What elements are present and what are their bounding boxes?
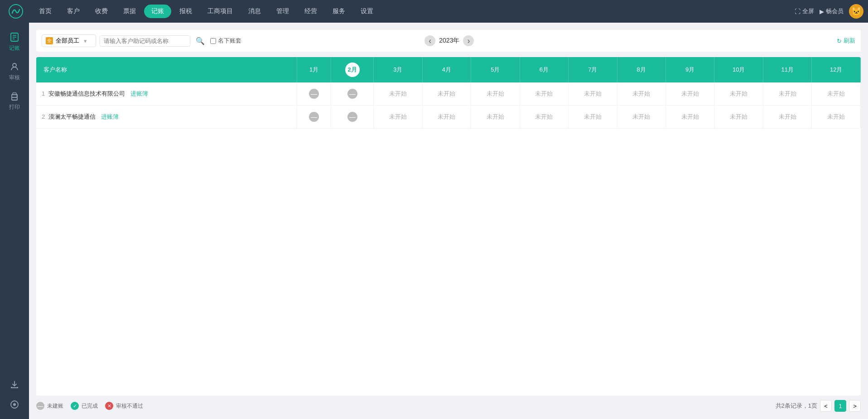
checkbox-label[interactable]: 名下账套 (210, 37, 241, 45)
table-body: 1安徽畅捷通信息技术有限公司进账簿——未开始未开始未开始未开始未开始未开始未开始… (36, 82, 861, 129)
svg-point-10 (13, 403, 16, 406)
status-not-started: 未开始 (438, 90, 455, 97)
legend-completed-label: 已完成 (82, 402, 98, 410)
avatar[interactable]: 🐱 (849, 4, 863, 19)
nav-operation[interactable]: 经营 (297, 5, 324, 18)
year-navigator: ‹ 2023年 › (424, 35, 474, 46)
company-name: 漠澜太平畅捷通信 (48, 113, 96, 120)
th-sep: 9月 (665, 57, 714, 82)
audit-icon (9, 61, 20, 72)
company-name: 安徽畅捷通信息技术有限公司 (48, 90, 125, 97)
my-accounts-checkbox[interactable] (210, 38, 216, 44)
status-not-started: 未开始 (632, 90, 650, 97)
status-not-started: 未开始 (389, 90, 407, 97)
legend-rejected: ✕ 审核不通过 (105, 402, 143, 410)
search-button[interactable]: 🔍 (194, 35, 207, 47)
month-cell[interactable]: 未开始 (569, 106, 617, 129)
status-done-icon: — (347, 112, 357, 122)
month-cell[interactable]: 未开始 (714, 106, 763, 129)
month-cell[interactable]: — (331, 106, 374, 129)
main-layout: 记账 审核 打印 (0, 23, 868, 419)
month-cell[interactable]: 未开始 (520, 82, 568, 106)
th-jul: 7月 (569, 57, 617, 82)
th-oct: 10月 (714, 57, 763, 82)
month-cell[interactable]: 未开始 (520, 106, 568, 129)
nav-business[interactable]: 工商项目 (200, 5, 240, 18)
next-page-button[interactable]: > (849, 400, 861, 412)
month-cell[interactable]: 未开始 (374, 106, 422, 129)
prev-page-button[interactable]: < (820, 400, 832, 412)
sidebar: 记账 审核 打印 (0, 23, 29, 419)
enter-ledger-link[interactable]: 进账簿 (101, 113, 119, 120)
page-1-button[interactable]: 1 (834, 400, 846, 412)
status-not-started: 未开始 (681, 90, 699, 97)
member-button[interactable]: ▶ 畅会员 (820, 7, 844, 15)
status-not-started: 未开始 (632, 113, 650, 120)
pagination-info: 共2条记录，1页 (776, 402, 817, 410)
th-aug: 8月 (617, 57, 665, 82)
month-cell[interactable]: — (297, 106, 331, 129)
month-cell[interactable]: 未开始 (763, 82, 811, 106)
table-header-row: 客户名称 1月 2月 3月 4月 5月 6月 7月 8月 9月 10月 11月 (36, 57, 861, 82)
year-prev-button[interactable]: ‹ (424, 35, 435, 46)
accounts-table: 客户名称 1月 2月 3月 4月 5月 6月 7月 8月 9月 10月 11月 (36, 57, 861, 129)
sidebar-item-accounting[interactable]: 记账 (0, 27, 29, 57)
month-cell[interactable]: 未开始 (812, 82, 861, 106)
accounting-icon (9, 32, 20, 43)
nav-tax[interactable]: 报税 (172, 5, 199, 18)
month-cell[interactable]: — (297, 82, 331, 106)
logo-icon (9, 4, 23, 19)
nav-home[interactable]: 首页 (32, 5, 59, 18)
sidebar-item-print[interactable]: 打印 (0, 86, 29, 116)
nav-customer[interactable]: 客户 (60, 5, 87, 18)
th-feb: 2月 (331, 57, 374, 82)
sidebar-item-chat[interactable] (9, 395, 20, 414)
employee-tag-icon: 全 (46, 37, 53, 44)
svg-rect-6 (12, 97, 17, 100)
nav-invoice[interactable]: 票据 (116, 5, 143, 18)
month-cell[interactable]: 未开始 (569, 82, 617, 106)
month-cell[interactable]: 未开始 (471, 106, 520, 129)
month-cell[interactable]: 未开始 (374, 82, 422, 106)
legend-gray-dot: — (36, 402, 44, 410)
month-cell[interactable]: 未开始 (665, 106, 714, 129)
month-cell[interactable]: 未开始 (714, 82, 763, 106)
sidebar-accounting-label: 记账 (9, 44, 20, 52)
month-cell[interactable]: 未开始 (763, 106, 811, 129)
nav-settings[interactable]: 设置 (353, 5, 381, 18)
month-cell[interactable]: 未开始 (665, 82, 714, 106)
status-done-icon: — (347, 89, 357, 99)
svg-point-8 (16, 96, 17, 96)
month-cell[interactable]: 未开始 (617, 106, 665, 129)
nav-fee[interactable]: 收费 (88, 5, 115, 18)
status-not-started: 未开始 (535, 113, 553, 120)
refresh-icon: ↻ (837, 38, 842, 44)
year-next-button[interactable]: › (463, 35, 474, 46)
legend-red-dot: ✕ (105, 402, 113, 410)
fullscreen-button[interactable]: ⛶ 全屏 (795, 7, 814, 15)
month-cell[interactable]: 未开始 (812, 106, 861, 129)
table-wrapper: 客户名称 1月 2月 3月 4月 5月 6月 7月 8月 9月 10月 11月 (36, 57, 861, 395)
refresh-button[interactable]: ↻ 刷新 (837, 37, 855, 45)
month-cell[interactable]: — (331, 82, 374, 106)
nav-service[interactable]: 服务 (325, 5, 352, 18)
pagination: 共2条记录，1页 < 1 > (776, 400, 861, 412)
legend-completed: ✓ 已完成 (71, 402, 98, 410)
enter-ledger-link[interactable]: 进账簿 (130, 90, 148, 97)
status-not-started: 未开始 (535, 90, 553, 97)
month-cell[interactable]: 未开始 (471, 82, 520, 106)
sidebar-item-audit[interactable]: 审核 (0, 57, 29, 86)
month-cell[interactable]: 未开始 (617, 82, 665, 106)
month-cell[interactable]: 未开始 (422, 106, 471, 129)
search-input[interactable] (100, 35, 190, 47)
nav-accounting[interactable]: 记账 (144, 5, 171, 18)
th-apr: 4月 (422, 57, 471, 82)
nav-manage[interactable]: 管理 (269, 5, 296, 18)
sidebar-item-download[interactable] (9, 375, 20, 395)
employee-select[interactable]: 全 全部员工 ▾ (42, 34, 96, 47)
month-cell[interactable]: 未开始 (422, 82, 471, 106)
nav-message[interactable]: 消息 (241, 5, 268, 18)
member-label: 畅会员 (826, 7, 844, 15)
sidebar-audit-label: 审核 (9, 74, 20, 82)
checkbox-text: 名下账套 (218, 37, 241, 45)
